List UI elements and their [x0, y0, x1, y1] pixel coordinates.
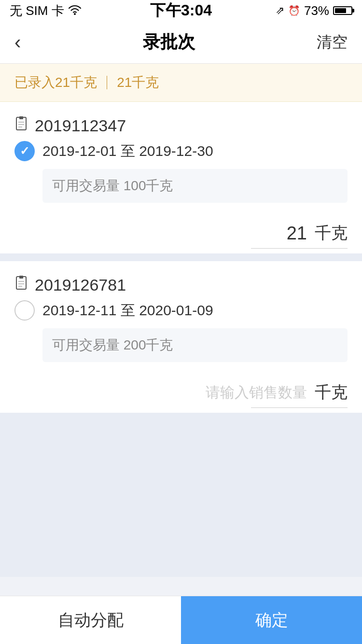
banner-divider [107, 76, 107, 89]
bottom-bar: 自动分配 确定 [0, 596, 362, 644]
status-left: 无 SIM 卡 [10, 2, 82, 19]
recorded-label: 已录入21千克 [14, 73, 97, 92]
svg-rect-6 [19, 276, 23, 279]
auto-assign-button[interactable]: 自动分配 [0, 596, 181, 644]
status-right: ⇗ ⏰ 73% [276, 3, 352, 18]
clear-button[interactable]: 清空 [317, 32, 348, 53]
empty-space [0, 413, 362, 577]
batch-1-date: 2019-12-01 至 2019-12-30 [42, 141, 213, 161]
carrier-text: 无 SIM 卡 [10, 2, 64, 19]
batch-1-quantity-unit: 千克 [315, 222, 348, 244]
batch-2-icon [14, 276, 30, 294]
batch-2-avail: 可用交易量 200千克 [42, 328, 348, 362]
batch-2-input-inner: 请输入销售数量 千克 [206, 381, 348, 408]
battery-icon [333, 6, 352, 15]
batch-1-icon [14, 116, 30, 135]
batch-1-quantity-row: 21 千克 [0, 212, 362, 253]
batch-2-number: 2019126781 [35, 276, 126, 294]
batch-2-header: 2019126781 [14, 276, 348, 294]
recorded-value: 21千克 [117, 73, 159, 92]
batch-1-quantity-inner: 21 千克 [251, 222, 348, 249]
batch-2-radio[interactable] [14, 300, 35, 321]
batch-1-header: 2019112347 [14, 116, 348, 135]
batch-1-date-row: 2019-12-01 至 2019-12-30 [14, 141, 348, 161]
alarm-icon: ⏰ [288, 5, 300, 16]
confirm-button[interactable]: 确定 [181, 596, 362, 644]
batch-item-1: 2019112347 2019-12-01 至 2019-12-30 可用交易量… [0, 102, 362, 212]
location-icon: ⇗ [276, 4, 284, 17]
battery-percent: 73% [304, 3, 329, 18]
batch-2-input-row: 请输入销售数量 千克 [0, 372, 362, 413]
status-time: 下午3:04 [150, 0, 212, 21]
svg-rect-1 [19, 116, 23, 119]
batch-2-date: 2019-12-11 至 2020-01-09 [42, 301, 213, 321]
batch-2-input-placeholder[interactable]: 请输入销售数量 [206, 383, 307, 403]
page-title: 录批次 [143, 30, 195, 54]
back-button[interactable]: ‹ [14, 31, 21, 53]
batch-1-quantity-underline [251, 248, 348, 249]
batch-1-avail: 可用交易量 100千克 [42, 169, 348, 203]
batch-2-date-row: 2019-12-11 至 2020-01-09 [14, 300, 348, 321]
wifi-icon [68, 3, 82, 18]
batch-2-input-unit: 千克 [315, 381, 348, 404]
batch-1-number: 2019112347 [35, 116, 126, 135]
batch-1-quantity-value: 21 [287, 223, 307, 244]
status-bar: 无 SIM 卡 下午3:04 ⇗ ⏰ 73% [0, 0, 362, 21]
nav-bar: ‹ 录批次 清空 [0, 21, 362, 64]
batch-2-input-underline [251, 407, 348, 408]
section-divider-1 [0, 253, 362, 261]
info-banner: 已录入21千克 21千克 [0, 64, 362, 102]
batch-1-radio[interactable] [14, 141, 35, 161]
batch-item-2: 2019126781 2019-12-11 至 2020-01-09 可用交易量… [0, 261, 362, 372]
